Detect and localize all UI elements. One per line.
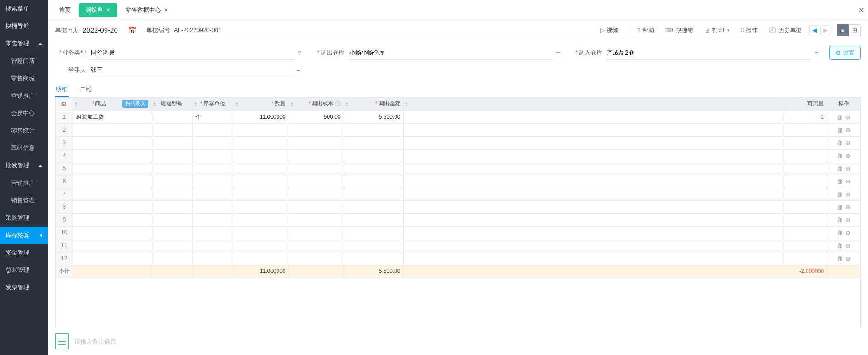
add-icon[interactable]: ⊕ xyxy=(846,191,851,198)
table-row[interactable]: 1组装加工费个11.000000500.005,500.00-2🗑⊕ xyxy=(56,111,860,123)
sidebar-item-4[interactable]: 零售商城 xyxy=(0,70,48,87)
table-row[interactable]: 8🗑⊕ xyxy=(56,200,860,213)
add-icon[interactable]: ⊕ xyxy=(846,178,851,185)
delete-icon[interactable]: 🗑 xyxy=(837,127,843,133)
col-product[interactable]: ▴▾*商品扫码录入 xyxy=(73,98,151,111)
table-row[interactable]: 2🗑⊕ xyxy=(56,123,860,136)
date-input[interactable] xyxy=(83,26,125,34)
col-avail[interactable]: 可用量 xyxy=(785,98,827,111)
view-switch: ≡ ⊞ xyxy=(837,24,861,36)
pager-next[interactable]: ▶ xyxy=(820,25,830,35)
out-warehouse-input[interactable] xyxy=(347,46,554,60)
close-all-tabs-icon[interactable]: ✕ xyxy=(858,6,864,14)
info-icon[interactable]: ⓘ xyxy=(335,100,341,107)
more-icon[interactable]: ··· xyxy=(294,67,303,73)
remark-input[interactable] xyxy=(74,335,861,348)
delete-icon[interactable]: 🗑 xyxy=(837,229,843,236)
col-spec[interactable]: ▴▾规格型号 xyxy=(151,98,192,111)
action-icon: ⁝⁝ xyxy=(740,27,744,33)
table-row[interactable]: 4🗑⊕ xyxy=(56,149,860,162)
delete-icon[interactable]: 🗑 xyxy=(837,165,843,172)
delete-icon[interactable]: 🗑 xyxy=(837,242,843,249)
sidebar-item-16[interactable]: 发票管理 xyxy=(0,279,48,296)
delete-icon[interactable]: 🗑 xyxy=(837,152,843,159)
add-icon[interactable]: ⊕ xyxy=(846,127,851,133)
play-icon: ▷ xyxy=(600,27,605,33)
add-icon[interactable]: ⊕ xyxy=(846,139,851,146)
delete-icon[interactable]: 🗑 xyxy=(837,139,843,146)
sidebar-item-14[interactable]: 资金管理 xyxy=(0,244,48,261)
tab-0[interactable]: 首页 xyxy=(52,3,77,17)
table-row[interactable]: 5🗑⊕ xyxy=(56,162,860,175)
sidebar-item-13[interactable]: 库存核算 xyxy=(0,227,48,244)
table-row[interactable]: 11🗑⊕ xyxy=(56,239,860,252)
tab-2d[interactable]: 二维 xyxy=(79,83,93,97)
add-icon[interactable]: ⊕ xyxy=(846,114,851,121)
table-row[interactable]: 9🗑⊕ xyxy=(56,213,860,226)
docno-value: AL-20220920-001 xyxy=(174,27,222,33)
sidebar-item-11[interactable]: 销售管理 xyxy=(0,192,48,209)
pager-prev[interactable]: ◀ xyxy=(809,25,819,35)
note-icon xyxy=(55,333,69,349)
table-row[interactable]: 7🗑⊕ xyxy=(56,188,860,200)
sidebar-item-15[interactable]: 总账管理 xyxy=(0,261,48,279)
more-icon[interactable]: ··· xyxy=(553,50,562,56)
add-icon[interactable]: ⊕ xyxy=(846,216,851,223)
delete-icon[interactable]: 🗑 xyxy=(837,178,843,185)
video-button[interactable]: ▷视频 xyxy=(596,24,622,37)
biz-type-input[interactable] xyxy=(89,46,295,60)
delete-icon[interactable]: 🗑 xyxy=(837,114,843,121)
view-list-button[interactable]: ≡ xyxy=(837,24,849,36)
sidebar-item-9[interactable]: 批发管理 xyxy=(0,157,48,174)
add-icon[interactable]: ⊕ xyxy=(846,255,851,262)
sidebar-item-5[interactable]: 营销推广 xyxy=(0,87,48,105)
col-settings[interactable]: ⚙ xyxy=(56,98,73,111)
help-button[interactable]: ?帮助 xyxy=(634,24,658,37)
sidebar-item-8[interactable]: 基础信息 xyxy=(0,139,48,157)
sidebar-item-10[interactable]: 营销推广 xyxy=(0,174,48,192)
in-warehouse-input[interactable] xyxy=(605,46,812,60)
sidebar: 搜索菜单快捷导航零售管理智慧门店零售商城营销推广会员中心零售统计基础信息批发管理… xyxy=(0,0,48,355)
more-icon[interactable]: ··· xyxy=(812,50,820,56)
delete-icon[interactable]: 🗑 xyxy=(837,216,843,223)
delete-icon[interactable]: 🗑 xyxy=(837,191,843,198)
col-cost[interactable]: ▴▾*调出成本 ⓘ xyxy=(289,98,344,111)
sidebar-item-2[interactable]: 零售管理 xyxy=(0,35,48,52)
sidebar-item-0[interactable]: 搜索菜单 xyxy=(0,0,48,17)
col-unit[interactable]: ▴▾*库存单位 xyxy=(192,98,234,111)
add-icon[interactable]: ⊕ xyxy=(846,165,851,172)
add-icon[interactable]: ⊕ xyxy=(846,152,851,159)
tab-1[interactable]: 调拨单✕ xyxy=(79,3,117,17)
close-icon[interactable]: ✕ xyxy=(106,3,111,17)
sidebar-item-3[interactable]: 智慧门店 xyxy=(0,52,48,70)
scan-button[interactable]: 扫码录入 xyxy=(122,100,148,108)
calendar-icon[interactable]: 📅 xyxy=(128,27,136,34)
table-row[interactable]: 6🗑⊕ xyxy=(56,175,860,188)
table-row[interactable]: 12🗑⊕ xyxy=(56,252,860,265)
sidebar-item-7[interactable]: 零售统计 xyxy=(0,122,48,139)
history-button[interactable]: 🕘历史单据 xyxy=(765,24,806,37)
delete-icon[interactable]: 🗑 xyxy=(837,255,843,262)
settings-button[interactable]: ⚙设置 xyxy=(829,46,861,60)
sidebar-item-12[interactable]: 采购管理 xyxy=(0,209,48,227)
sidebar-item-1[interactable]: 快捷导航 xyxy=(0,17,48,35)
col-qty[interactable]: ▴▾*数量 xyxy=(234,98,289,111)
action-button[interactable]: ⁝⁝操作 xyxy=(737,24,762,37)
shortcut-button[interactable]: ⌨快捷键 xyxy=(662,24,697,37)
delete-icon[interactable]: 🗑 xyxy=(837,204,843,211)
chevron-down-icon[interactable]: ▽ xyxy=(295,50,304,55)
add-icon[interactable]: ⊕ xyxy=(846,242,851,249)
add-icon[interactable]: ⊕ xyxy=(846,229,851,236)
add-icon[interactable]: ⊕ xyxy=(846,204,851,211)
handler-input[interactable] xyxy=(89,63,294,77)
sidebar-item-6[interactable]: 会员中心 xyxy=(0,105,48,122)
tab-detail[interactable]: 明细 xyxy=(55,83,69,97)
close-icon[interactable]: ✕ xyxy=(164,3,168,17)
col-amount[interactable]: ▴▾*调出金额 xyxy=(344,98,403,111)
print-button[interactable]: 🖨打印▾ xyxy=(701,24,733,37)
table-row[interactable]: 10🗑⊕ xyxy=(56,226,860,239)
chevron-left-icon xyxy=(40,233,42,237)
table-row[interactable]: 3🗑⊕ xyxy=(56,136,860,149)
view-grid-button[interactable]: ⊞ xyxy=(849,24,861,36)
tab-2[interactable]: 零售数据中心✕ xyxy=(119,3,175,17)
